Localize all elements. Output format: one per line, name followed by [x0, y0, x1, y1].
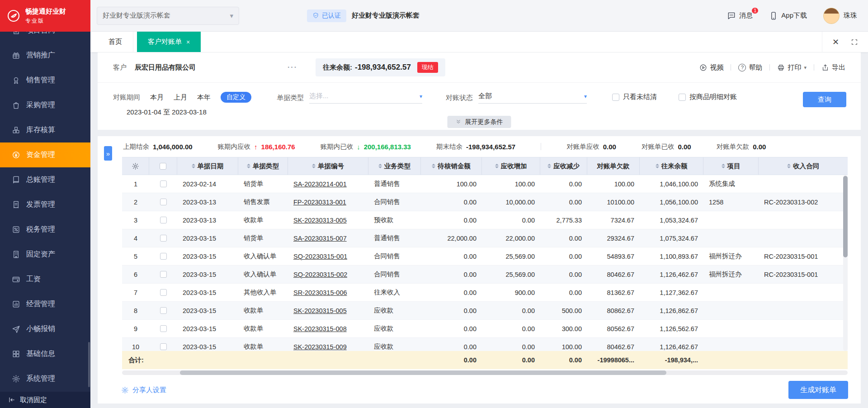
sidebar-item-marketing[interactable]: 营销推广	[0, 43, 90, 68]
period-this-year[interactable]: 本年	[197, 93, 211, 102]
query-button[interactable]: 查询	[803, 92, 846, 107]
generate-statement-button[interactable]: 生成对账单	[788, 381, 848, 399]
customer-select-field[interactable]: 辰宏日用品有限公司 ···	[135, 63, 297, 72]
col-income-contract[interactable]: 收入合同	[759, 157, 848, 175]
cell-running-balance: 1,053,324.67	[640, 211, 703, 229]
unpin-sidebar-button[interactable]: 取消固定	[0, 392, 90, 408]
row-checkbox[interactable]	[149, 338, 177, 351]
period-this-month[interactable]: 本月	[150, 93, 164, 102]
sidebar-item-funds[interactable]: 资金管理	[0, 142, 90, 167]
date-range[interactable]: 2023-01-04 至 2023-03-18	[127, 108, 251, 117]
col-doc-type[interactable]: 单据类型	[238, 157, 288, 175]
select-all-checkbox[interactable]	[149, 157, 177, 175]
col-receivable-decrease[interactable]: 应收减少	[540, 157, 587, 175]
sidebar-item-inventory[interactable]: 库存核算	[0, 118, 90, 142]
sidebar-item-system[interactable]: 系统管理	[0, 366, 90, 391]
sort-icon[interactable]	[312, 164, 316, 168]
row-checkbox[interactable]	[149, 175, 177, 193]
expand-more-button[interactable]: 展开更多条件	[448, 116, 511, 128]
col-receivable-increase[interactable]: 应收增加	[482, 157, 540, 175]
sidebar-item-general-ledger[interactable]: 总账管理	[0, 167, 90, 192]
col-running-balance[interactable]: 往来余额	[640, 157, 703, 175]
col-doc-number[interactable]: 单据编号	[288, 157, 368, 175]
doc-type-select[interactable]: 选择... ▾	[309, 92, 422, 104]
col-statement-arrears[interactable]: 对账单欠款	[587, 157, 640, 175]
sidebar-item-invoice[interactable]: 发票管理	[0, 192, 90, 217]
sidebar-item-purchase[interactable]: 采购管理	[0, 93, 90, 118]
expand-panel-button[interactable]: »	[104, 146, 112, 161]
sort-icon[interactable]	[656, 164, 659, 168]
sidebar-scrollbar[interactable]	[88, 342, 90, 387]
doc-number-link[interactable]: SQ-20230315-002	[293, 271, 347, 278]
help-button[interactable]: ? 帮助	[738, 63, 762, 72]
scrollbar-thumb[interactable]	[180, 370, 666, 375]
doc-number-link[interactable]: FP-20230313-001	[293, 199, 346, 206]
export-button[interactable]: 导出	[821, 63, 845, 72]
tab-home[interactable]: 首页	[98, 32, 133, 52]
row-checkbox[interactable]	[149, 193, 177, 211]
sidebar-item-sales[interactable]: 销售管理	[0, 68, 90, 93]
horizontal-scrollbar[interactable]	[122, 370, 848, 375]
sidebar-item-reimbursement[interactable]: 小畅报销	[0, 317, 90, 342]
by-item-detail-checkbox[interactable]: 按商品明细对账	[679, 93, 737, 101]
fullscreen-icon[interactable]	[851, 38, 858, 46]
doc-number-link[interactable]: SQ-20230315-001	[293, 253, 347, 260]
only-unsettled-checkbox[interactable]: 只看未结清	[612, 93, 657, 101]
cell-statement-arrears: 80462.67	[587, 266, 640, 283]
doc-number-link[interactable]: SR-20230315-006	[293, 289, 347, 296]
sidebar-item-operations[interactable]: 经营管理	[0, 292, 90, 317]
user-menu[interactable]: 珠珠	[823, 8, 857, 24]
doc-number-link[interactable]: SK-20230315-009	[293, 343, 347, 351]
status-select[interactable]: 全部 ▾	[478, 92, 587, 104]
tab-customer-statement[interactable]: 客户对账单 ×	[137, 32, 201, 52]
col-project[interactable]: 项目	[703, 157, 759, 175]
print-button[interactable]: 打印 ▾	[777, 63, 807, 72]
sidebar-item-tax[interactable]: 税务管理	[0, 217, 90, 242]
doc-number-link[interactable]: SA-20230315-007	[293, 235, 347, 242]
row-checkbox[interactable]	[149, 247, 177, 265]
row-checkbox[interactable]	[149, 266, 177, 283]
row-checkbox[interactable]	[149, 302, 177, 319]
period-custom[interactable]: 自定义	[221, 92, 251, 103]
sidebar-item-basic-info[interactable]: 基础信息	[0, 342, 90, 366]
row-checkbox[interactable]	[149, 211, 177, 229]
col-pending-amount[interactable]: 待核销金额	[421, 157, 482, 175]
doc-number-link[interactable]: SK-20230315-008	[293, 325, 347, 332]
sort-icon[interactable]	[192, 164, 195, 168]
more-icon[interactable]: ···	[288, 63, 297, 71]
doc-number-link[interactable]: SK-20230313-005	[293, 217, 347, 224]
account-set-select[interactable]: 好业财专业版演示帐套 ▾	[97, 7, 239, 25]
doc-number-link[interactable]: SK-20230315-005	[293, 307, 347, 314]
col-biz-type[interactable]: 业务类型	[368, 157, 421, 175]
messages-button[interactable]: 消息 1	[727, 11, 753, 20]
cell-doc-date: 2023-02-14	[177, 175, 238, 193]
sort-icon[interactable]	[432, 164, 435, 168]
row-checkbox[interactable]	[149, 284, 177, 301]
sidebar-item-fixed-assets[interactable]: 固定资产	[0, 242, 90, 267]
row-checkbox[interactable]	[149, 320, 177, 337]
period-last-month[interactable]: 上月	[174, 93, 187, 102]
vertical-scrollbar[interactable]	[843, 175, 848, 351]
sidebar-item-payroll[interactable]: 工资	[0, 267, 90, 292]
col-doc-date[interactable]: 单据日期	[177, 157, 238, 175]
tab-bar: 首页 客户对账单 × ✕	[90, 32, 868, 52]
app-download-button[interactable]: App下载	[769, 11, 807, 20]
scrollbar-thumb[interactable]	[843, 176, 848, 257]
sort-icon[interactable]	[247, 164, 250, 168]
doc-number-link[interactable]: SA-20230214-001	[293, 180, 347, 188]
video-button[interactable]: 视频	[699, 63, 723, 72]
sort-icon[interactable]	[378, 164, 382, 168]
cell-doc-date: 2023-03-13	[177, 193, 238, 211]
tab-close-icon[interactable]: ×	[186, 38, 190, 46]
sort-icon[interactable]	[495, 164, 499, 168]
sort-icon[interactable]	[722, 164, 725, 168]
cell-doc-type: 其他收入单	[238, 284, 288, 301]
app-logo[interactable]: 畅捷通好业财 专业版	[0, 0, 90, 32]
column-settings-button[interactable]	[122, 157, 149, 175]
cell-receivable-decrease: 0.00	[540, 193, 587, 211]
sort-icon[interactable]	[787, 164, 791, 168]
sort-icon[interactable]	[547, 164, 551, 168]
share-settings-button[interactable]: 分享人设置	[121, 386, 166, 394]
close-all-tabs-icon[interactable]: ✕	[832, 38, 839, 46]
row-checkbox[interactable]	[149, 229, 177, 247]
